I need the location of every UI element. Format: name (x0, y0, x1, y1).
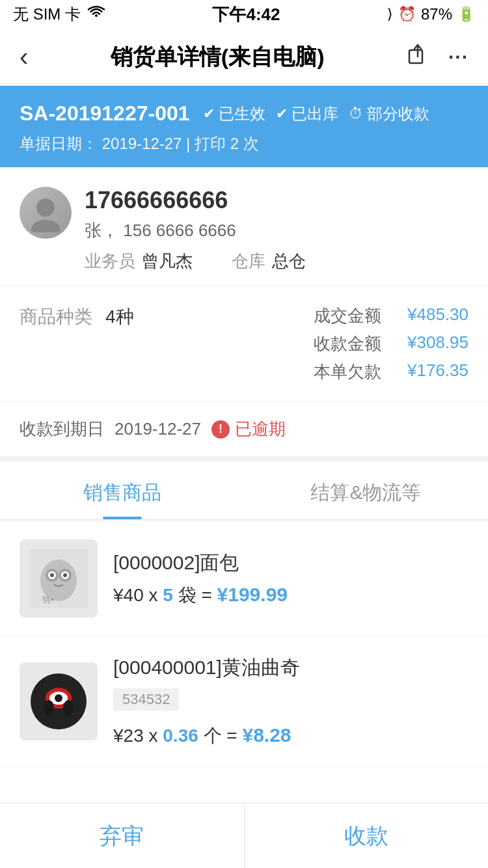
order-header: SA-20191227-001 ✔ 已生效 ✔ 已出库 ⏱ 部分收款 单据日期：… (0, 86, 488, 167)
tabs-section: 销售商品 结算&物流等 (0, 461, 488, 520)
cookie-image-placeholder (20, 662, 98, 740)
status-right: ⟩ ⏰ 87% 🔋 (387, 5, 475, 23)
amount-value: ¥485.30 (407, 305, 468, 327)
customer-phone: 156 6666 6666 (123, 221, 236, 240)
product-name-2: [000400001]黄油曲奇 (113, 655, 468, 681)
svg-point-3 (31, 220, 60, 232)
received-row: 收款金额 ¥308.95 (314, 332, 468, 355)
amount-label: 成交金额 (314, 305, 381, 327)
stats-right: 成交金额 ¥485.30 收款金额 ¥308.95 本单欠款 ¥176.35 (314, 305, 468, 383)
order-date-row: 单据日期： 2019-12-27 | 打印 2 次 (20, 133, 468, 154)
product-image-2 (20, 662, 98, 740)
bottom-bar: 弃审 收款 (0, 803, 488, 868)
sim-status: 无 SIM 卡 (13, 4, 81, 25)
salesman-meta: 业务员 曾凡杰 (85, 250, 193, 273)
received-value: ¥308.95 (407, 332, 468, 355)
tab-products[interactable]: 销售商品 (0, 461, 244, 519)
bread-image-placeholder: 鸮+ (20, 539, 98, 617)
overdue-text: 已逾期 (235, 418, 286, 441)
customer-avatar (20, 187, 72, 239)
share-icon[interactable] (407, 44, 429, 70)
svg-point-17 (55, 694, 62, 702)
received-label: 收款金额 (314, 332, 381, 355)
tab-settlement[interactable]: 结算&物流等 (244, 461, 488, 519)
clock-icon: ⏱ (349, 105, 363, 122)
battery-text: 87% (421, 5, 452, 23)
customer-contact: 张， 156 6666 6666 (85, 219, 468, 242)
product-qty-2: 0.36 (163, 726, 198, 746)
customer-id: 17666666666 (85, 187, 468, 214)
svg-point-10 (50, 573, 54, 577)
product-total-2: ¥8.28 (242, 724, 291, 746)
more-icon[interactable]: ··· (448, 46, 468, 68)
customer-section: 17666666666 张， 156 6666 6666 业务员 曾凡杰 仓库 … (0, 167, 488, 286)
product-price-1: ¥40 x 5 袋 = ¥199.99 (113, 583, 468, 608)
customer-name: 张 (85, 221, 102, 240)
print-info: | (186, 135, 195, 152)
due-date: 2019-12-27 (115, 419, 201, 439)
order-id: SA-20191227-001 (20, 102, 190, 126)
alarm-icon: ⏰ (398, 6, 416, 23)
salesman-label: 业务员 (85, 250, 135, 273)
types-label: 商品种类 (20, 305, 92, 329)
list-item: [000400001]黄油曲奇 534532 ¥23 x 0.36 个 = ¥8… (0, 636, 488, 767)
status-effective: ✔ 已生效 (203, 103, 265, 124)
print-count: 打印 2 次 (195, 135, 259, 152)
status-shipped: ✔ 已出库 (276, 103, 338, 124)
location-icon: ⟩ (387, 6, 393, 23)
battery-icon: 🔋 (457, 6, 475, 23)
back-button[interactable]: ‹ (20, 42, 28, 72)
product-info-2: [000400001]黄油曲奇 534532 ¥23 x 0.36 个 = ¥8… (113, 655, 468, 748)
product-info-1: [0000002]面包 ¥40 x 5 袋 = ¥199.99 (113, 550, 468, 608)
svg-text:鸮+: 鸮+ (42, 595, 55, 604)
product-sku-2: 534532 (113, 688, 179, 711)
debt-label: 本单欠款 (314, 360, 381, 383)
check-icon-2: ✔ (276, 105, 288, 122)
status-bar: 无 SIM 卡 下午4:42 ⟩ ⏰ 87% 🔋 (0, 0, 488, 29)
svg-point-2 (36, 198, 55, 217)
salesman-value: 曾凡杰 (142, 250, 193, 273)
products-section: 鸮+ [0000002]面包 ¥40 x 5 袋 = ¥199.99 (0, 521, 488, 845)
page-title: 销货单详情(来自电脑) (111, 42, 325, 72)
check-icon-1: ✔ (203, 105, 215, 122)
customer-meta: 业务员 曾凡杰 仓库 总仓 (85, 250, 468, 273)
customer-info: 17666666666 张， 156 6666 6666 业务员 曾凡杰 仓库 … (85, 187, 468, 273)
nav-bar: ‹ 销货单详情(来自电脑) ··· (0, 29, 488, 86)
product-name-1: [0000002]面包 (113, 550, 468, 576)
status-time: 下午4:42 (212, 3, 280, 26)
svg-rect-0 (409, 50, 422, 63)
date-label: 单据日期： (20, 135, 98, 152)
due-label: 收款到期日 (20, 418, 104, 441)
warehouse-label: 仓库 (232, 250, 265, 273)
debt-row: 本单欠款 ¥176.35 (314, 360, 468, 383)
stats-left: 商品种类 4种 (20, 305, 134, 329)
status-partial-payment: ⏱ 部分收款 (349, 103, 429, 124)
stats-section: 商品种类 4种 成交金额 ¥485.30 收款金额 ¥308.95 本单欠款 ¥… (0, 286, 488, 402)
amount-row: 成交金额 ¥485.30 (314, 305, 468, 327)
status-left: 无 SIM 卡 (13, 4, 105, 25)
order-date: 2019-12-27 (102, 135, 182, 152)
due-section: 收款到期日 2019-12-27 ! 已逾期 (0, 402, 488, 461)
product-qty-1: 5 (163, 585, 173, 605)
nav-icons: ··· (407, 44, 468, 70)
wifi-icon (87, 5, 105, 23)
warehouse-value: 总仓 (272, 250, 306, 273)
svg-point-19 (63, 700, 74, 716)
product-image-1: 鸮+ (20, 539, 98, 617)
debt-value: ¥176.35 (407, 360, 468, 383)
product-price-2: ¥23 x 0.36 个 = ¥8.28 (113, 724, 468, 748)
status-badges: ✔ 已生效 ✔ 已出库 ⏱ 部分收款 (203, 103, 429, 124)
warehouse-meta: 仓库 总仓 (232, 250, 306, 273)
overdue-badge: ! 已逾期 (211, 418, 286, 441)
confirm-button[interactable]: 收款 (245, 804, 489, 868)
svg-point-18 (44, 700, 54, 716)
list-item: 鸮+ [0000002]面包 ¥40 x 5 袋 = ¥199.99 (0, 521, 488, 636)
overdue-icon: ! (211, 420, 230, 439)
types-count: 4种 (105, 305, 134, 329)
svg-point-11 (63, 573, 67, 577)
product-total-1: ¥199.99 (217, 584, 288, 605)
cancel-button[interactable]: 弃审 (0, 804, 245, 868)
